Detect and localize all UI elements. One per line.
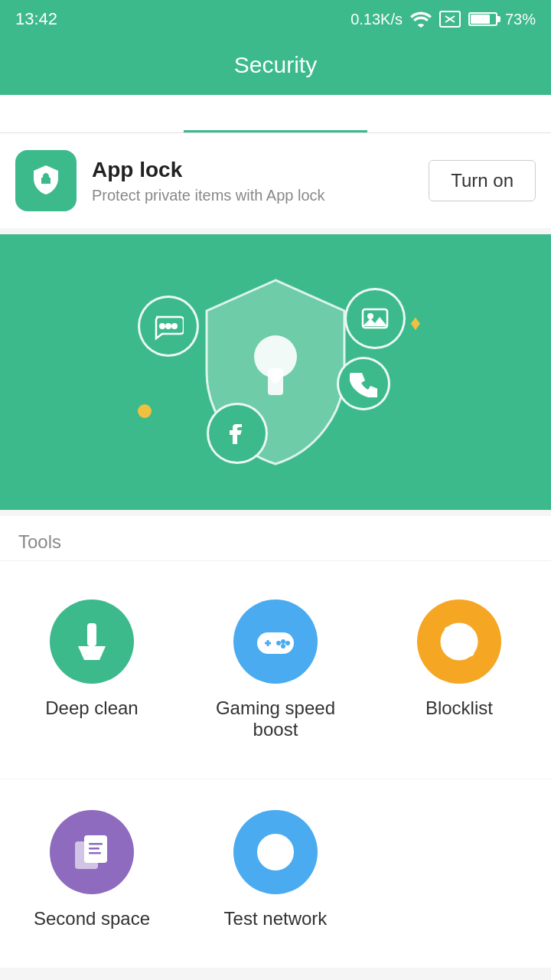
blocklist-icon-circle <box>417 599 501 684</box>
svg-point-19 <box>281 644 285 648</box>
tab-3[interactable] <box>367 95 551 132</box>
svg-rect-26 <box>89 843 103 845</box>
svg-point-7 <box>171 323 178 329</box>
tools-grid-row2: Second space Test network <box>0 779 551 968</box>
app-lock-text: App lock Protect private items with App … <box>92 158 413 204</box>
svg-rect-21 <box>271 635 280 640</box>
diamond-icon: ♦ <box>410 311 421 335</box>
second-space-icon-circle <box>50 810 134 894</box>
block-icon <box>438 620 481 663</box>
tools-header: Tools <box>0 516 551 561</box>
tool-item-second-space[interactable]: Second space <box>0 787 184 952</box>
status-right: 0.13K/s 73% <box>350 11 536 28</box>
wifi-icon <box>410 11 432 28</box>
photo-circle <box>344 288 406 349</box>
lock-shield-icon <box>29 164 63 198</box>
shield-illustration: ♦ <box>122 250 429 495</box>
yellow-dot <box>138 404 152 418</box>
battery-percent: 73% <box>505 11 536 28</box>
deep-clean-label: Deep clean <box>45 697 138 719</box>
tools-grid-row1: Deep clean Gaming speed boost <box>0 561 551 779</box>
app-bar: Security <box>0 38 551 95</box>
svg-point-5 <box>159 323 165 329</box>
deep-clean-icon-circle <box>50 599 134 684</box>
app-lock-banner: ♦ <box>0 234 551 510</box>
turn-on-button[interactable]: Turn on <box>429 160 536 201</box>
svg-point-6 <box>165 323 171 329</box>
status-bar: 13:42 0.13K/s 73% <box>0 0 551 38</box>
network-speed: 0.13K/s <box>350 11 403 28</box>
facebook-circle <box>207 403 268 464</box>
test-network-label: Test network <box>224 908 328 929</box>
second-space-label: Second space <box>34 908 150 929</box>
status-time: 13:42 <box>15 9 57 29</box>
tools-section: Tools Deep clean <box>0 516 551 968</box>
svg-point-20 <box>276 641 281 645</box>
gaming-icon-circle <box>233 599 318 684</box>
second-space-icon <box>70 831 113 874</box>
battery-indicator <box>468 12 497 26</box>
app-lock-description: Protect private items with App lock <box>92 187 413 204</box>
tool-item-gaming-speed-boost[interactable]: Gaming speed boost <box>184 577 367 763</box>
blocklist-label: Blocklist <box>425 697 493 719</box>
app-lock-section: App lock Protect private items with App … <box>0 133 551 228</box>
tab-2[interactable] <box>184 95 367 132</box>
tab-1[interactable] <box>0 95 184 132</box>
app-lock-title: App lock <box>92 158 413 182</box>
app-lock-icon <box>15 150 77 211</box>
signal-icon <box>439 11 461 28</box>
svg-point-18 <box>285 641 290 645</box>
svg-point-17 <box>281 639 285 644</box>
gaming-speed-boost-label: Gaming speed boost <box>191 697 360 740</box>
svg-rect-27 <box>89 848 99 850</box>
network-test-icon <box>254 831 297 874</box>
chat-circle <box>138 296 199 357</box>
tab-bar <box>0 95 551 133</box>
phone-circle <box>337 357 390 410</box>
tool-item-blocklist[interactable]: Blocklist <box>367 577 551 763</box>
svg-rect-10 <box>87 623 96 646</box>
tool-item-deep-clean[interactable]: Deep clean <box>0 577 184 763</box>
test-network-icon-circle <box>233 810 318 894</box>
svg-rect-28 <box>89 852 101 854</box>
broom-icon <box>70 620 113 663</box>
tool-item-test-network[interactable]: Test network <box>184 787 367 952</box>
app-title: Security <box>234 52 317 77</box>
svg-rect-4 <box>268 368 283 395</box>
svg-point-9 <box>367 313 373 319</box>
gamepad-icon <box>254 620 297 663</box>
